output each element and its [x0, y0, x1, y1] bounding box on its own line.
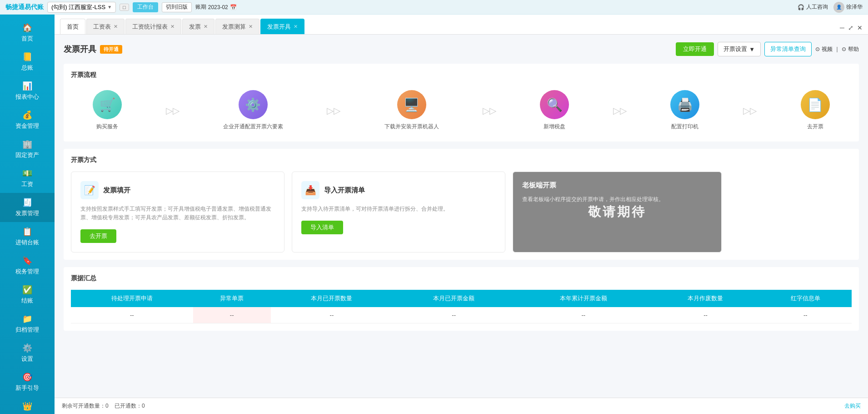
view-label[interactable]: 视频	[822, 45, 833, 53]
settings-icon: ⚙️	[22, 343, 32, 353]
flow-arrow-2: ▷▷	[327, 105, 340, 116]
import-list-button[interactable]: 导入清单	[301, 221, 343, 234]
tab-home[interactable]: 首页	[60, 19, 85, 34]
headset-icon: 🎧	[798, 4, 804, 10]
sidebar-label-home: 首页	[21, 35, 33, 43]
tab-invoice-calc-label: 发票测算	[222, 23, 246, 31]
sidebar-label-archive: 归档管理	[15, 326, 39, 334]
view-help-area: ⊙ 视频 ｜ ⊙ 帮助	[815, 45, 859, 53]
tab-salary[interactable]: 工资表 ✕	[86, 19, 125, 34]
sidebar-label-settings: 设置	[21, 355, 33, 363]
col-monthly-count: 本月已开票数量	[271, 290, 393, 307]
user-area[interactable]: 👤 徐泽华	[833, 2, 863, 13]
go-issue-button[interactable]: 去开票	[80, 229, 116, 243]
calendar-icon[interactable]: 📅	[230, 4, 237, 10]
service-area[interactable]: 🎧 人工咨询	[798, 3, 828, 11]
sidebar-item-member[interactable]: 👑 畅会员	[0, 397, 55, 414]
sidebar-item-tax[interactable]: 🔖 税务管理	[0, 251, 55, 280]
tab-invoice-close-icon[interactable]: ✕	[204, 24, 208, 30]
sidebar-item-close-accounts[interactable]: ✅ 结账	[0, 280, 55, 309]
step-icon-tax-disk[interactable]: 🔍	[540, 90, 569, 119]
app-logo: 畅捷通易代账	[5, 3, 44, 11]
period-display: 账期 2023-02 📅	[195, 3, 237, 11]
col-yearly-amount: 本年累计开票金额	[515, 290, 652, 307]
tab-salary-report-label: 工资统计报表	[132, 23, 168, 31]
sidebar: 🏠 首页 📒 总账 📊 报表中心 💰 资金管理 🏢 固定资产 💵 工资 🧾 发票…	[0, 15, 55, 414]
chevron-down-settings-icon: ▼	[749, 46, 755, 53]
close-button[interactable]: ✕	[857, 24, 863, 31]
step-label-issue: 去开票	[807, 123, 823, 131]
company-selector[interactable]: (勾到) 江西服室-LSS ▼	[47, 2, 116, 13]
tab-invoice-issue-label: 发票开具	[267, 23, 291, 31]
workbench-button[interactable]: 工作台	[133, 2, 158, 12]
sidebar-item-assets[interactable]: 🏢 固定资产	[0, 135, 55, 164]
sidebar-item-ledger[interactable]: 📒 总账	[0, 47, 55, 76]
top-bar-right: 🎧 人工咨询 👤 徐泽华	[798, 2, 863, 13]
period-label: 账期	[195, 3, 206, 11]
abnormal-query-button[interactable]: 异常清单查询	[764, 42, 812, 56]
method-cards: 📝 发票填开 支持按照发票样式手工填写开发票；可开具增值税电子普通发票、增值税普…	[71, 172, 852, 252]
logo-area: 畅捷通易代账	[5, 3, 44, 11]
step-icon-printer[interactable]: 🖨️	[670, 90, 699, 119]
bottom-stats: 剩余可开通数量：0 已开通数：0	[62, 402, 145, 410]
period-value: 2023-02	[208, 4, 228, 10]
sidebar-label-close: 结账	[21, 297, 33, 305]
sidebar-item-reports[interactable]: 📊 报表中心	[0, 76, 55, 106]
tab-salary-report[interactable]: 工资统计报表 ✕	[125, 19, 181, 34]
sidebar-item-salary[interactable]: 💵 工资	[0, 164, 55, 193]
company-name: (勾到) 江西服室-LSS	[51, 3, 105, 11]
tab-home-label: 首页	[67, 23, 79, 31]
immediate-open-button[interactable]: 立即开通	[676, 42, 714, 56]
member-icon: 👑	[22, 401, 32, 411]
flow-step-5: 🖨️ 配置打印机	[670, 90, 699, 131]
maximize-button[interactable]: ⤢	[848, 24, 853, 31]
sidebar-item-invoice[interactable]: 🧾 发票管理	[0, 193, 55, 222]
sidebar-item-settings[interactable]: ⚙️ 设置	[0, 338, 55, 368]
open-settings-label: 开票设置	[723, 45, 747, 53]
open-settings-button[interactable]: 开票设置 ▼	[718, 42, 761, 56]
flow-arrow-1: ▷▷	[166, 105, 180, 116]
method-card1-header: 📝 发票填开	[80, 181, 275, 199]
flow-arrow-5: ▷▷	[743, 105, 757, 116]
sidebar-label-salary: 工资	[21, 180, 33, 188]
sidebar-item-home[interactable]: 🏠 首页	[0, 18, 55, 47]
avatar: 👤	[833, 2, 844, 13]
switch-old-button[interactable]: 切到旧版	[162, 2, 192, 12]
flow-step-4: 🔍 新增税盘	[540, 90, 569, 131]
tab-invoice-calc[interactable]: 发票测算 ✕	[215, 19, 259, 34]
page-title-group: 发票开具 待开通	[64, 44, 122, 55]
tab-invoice-issue-close-icon[interactable]: ✕	[294, 24, 298, 30]
buy-link[interactable]: 去购买	[844, 402, 861, 410]
minimize-button[interactable]: ─	[840, 24, 844, 31]
col-red-info: 红字信息单	[759, 290, 852, 307]
sidebar-item-archive[interactable]: 📁 归档管理	[0, 309, 55, 338]
tax-icon: 🔖	[22, 256, 32, 266]
methods-section: 开票方式 📝 发票填开 支持按照发票样式手工填写开发票；可开具增值税电子普通发票…	[64, 149, 859, 260]
step-icon-download[interactable]: 🖥️	[397, 90, 426, 119]
invoice-icon: 🧾	[22, 197, 32, 207]
step-icon-buy[interactable]: 🛒	[93, 90, 122, 119]
flow-section: 开票流程 🛒 购买服务 ▷▷ ⚙️ 企业开通配置开票六要素 ▷▷ 🖥️ 下载并安…	[64, 64, 859, 141]
tab-invoice-calc-close-icon[interactable]: ✕	[249, 24, 253, 30]
step-icon-config[interactable]: ⚙️	[239, 90, 268, 119]
tab-invoice[interactable]: 发票 ✕	[182, 19, 215, 34]
window-controls: ─ ⤢ ✕	[840, 24, 863, 34]
tab-salary-report-close-icon[interactable]: ✕	[170, 24, 175, 30]
method-title-manual: 发票填开	[103, 186, 130, 195]
username: 徐泽华	[846, 3, 863, 11]
method-title-import: 导入开票清单	[324, 186, 365, 195]
step-icon-issue[interactable]: 📄	[801, 90, 830, 119]
remaining-label: 剩余可开通数量：0	[62, 403, 109, 409]
copy-button[interactable]: □	[120, 4, 129, 11]
sidebar-item-funds[interactable]: 💰 资金管理	[0, 106, 55, 135]
close-accounts-icon: ✅	[22, 285, 32, 295]
sidebar-item-guide[interactable]: 🎯 新手引导	[0, 368, 55, 397]
sidebar-label-tax: 税务管理	[15, 268, 39, 276]
ledger-icon: 📒	[22, 52, 32, 62]
sidebar-label-purchase: 进销台账	[15, 238, 39, 247]
tab-invoice-issue[interactable]: 发票开具 ✕	[260, 19, 304, 34]
content-area: 首页 工资表 ✕ 工资统计报表 ✕ 发票 ✕ 发票测算 ✕ 发票开具 ✕	[55, 15, 868, 414]
sidebar-item-purchase[interactable]: 📋 进销台账	[0, 222, 55, 251]
help-label[interactable]: 帮助	[848, 45, 859, 53]
tab-salary-close-icon[interactable]: ✕	[114, 24, 118, 30]
